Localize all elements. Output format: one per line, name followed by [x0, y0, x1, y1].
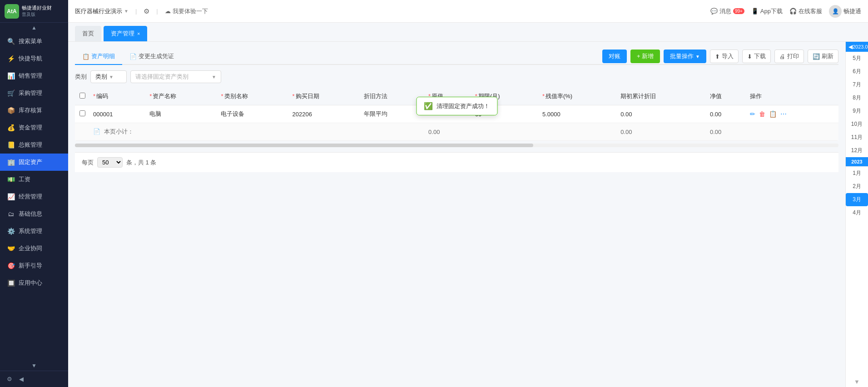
select-all-checkbox[interactable]: [79, 93, 85, 99]
th-residual-rate: *残值率(%): [539, 88, 617, 105]
per-page-select[interactable]: 50 10 20 100: [97, 157, 123, 168]
row-checkbox[interactable]: [79, 110, 85, 116]
cal-month-2023-3[interactable]: 3月: [846, 193, 868, 206]
app-download-label: App下载: [760, 7, 783, 15]
sidebar-item-operations[interactable]: 📈 经营管理: [0, 188, 68, 205]
cal-month-11[interactable]: 11月: [846, 131, 868, 144]
messages-btn[interactable]: 💬 消息 99+: [710, 7, 744, 15]
cal-month-2023-2[interactable]: 2月: [846, 180, 868, 193]
new-label: + 新增: [637, 52, 654, 60]
cal-month-7[interactable]: 7月: [846, 78, 868, 91]
horizontal-scrollbar[interactable]: [75, 144, 838, 147]
sales-icon: 📊: [7, 72, 15, 79]
subtab-change-voucher-label: 变更生成凭证: [139, 52, 174, 60]
row-net-value: 0.00: [706, 105, 746, 123]
logo-sub: 普及版: [22, 11, 52, 18]
tab-home[interactable]: 首页: [75, 26, 101, 41]
sidebar-item-system[interactable]: ⚙️ 系统管理: [0, 223, 68, 240]
row-purchase-date: 202206: [289, 105, 360, 123]
apps-icon: 🔲: [7, 279, 15, 287]
subtab-asset-detail[interactable]: 📋 资产明细: [75, 49, 122, 65]
cal-month-8[interactable]: 8月: [846, 91, 868, 104]
sidebar-item-finance[interactable]: 💰 资金管理: [0, 119, 68, 136]
cal-month-9[interactable]: 9月: [846, 104, 868, 118]
experience-btn[interactable]: ☁ 我要体验一下: [165, 7, 208, 15]
cal-month-10[interactable]: 10月: [846, 118, 868, 131]
sidebar-item-enterprise[interactable]: 🤝 企业协同: [0, 240, 68, 257]
subtotal-initial: 0.00: [617, 123, 706, 141]
settings-icon[interactable]: ⚙: [7, 376, 12, 382]
sidebar-item-apps[interactable]: 🔲 应用中心: [0, 274, 68, 292]
th-name: *资产名称: [146, 88, 217, 105]
batch-btn[interactable]: 批量操作 ▼: [664, 50, 706, 63]
inventory-icon: 📦: [7, 107, 15, 114]
row-depreciation-method: 年限平均: [360, 105, 425, 123]
right-panel-collapse-icon[interactable]: ◀: [848, 44, 853, 50]
tab-close-icon[interactable]: ×: [137, 31, 140, 36]
account-label: 对账: [609, 52, 620, 60]
app-logo: AtA 畅捷通好业财 普及版: [0, 0, 68, 23]
collapse-icon[interactable]: ◀: [19, 376, 24, 382]
sidebar-item-sales[interactable]: 📊 销售管理: [0, 67, 68, 84]
account-btn[interactable]: 对账: [602, 50, 627, 63]
import-btn[interactable]: ⬆ 导入: [710, 50, 739, 63]
cal-month-2023-4[interactable]: 4月: [846, 206, 868, 219]
sidebar-item-salary[interactable]: 💵 工资: [0, 171, 68, 188]
online-service-btn[interactable]: 🎧 在线客服: [789, 7, 822, 15]
sidebar-item-label: 应用中心: [19, 279, 42, 287]
download-btn[interactable]: ⬇ 下载: [742, 50, 771, 63]
messages-label: 消息: [719, 7, 731, 15]
print-label: 打印: [787, 52, 799, 60]
logo-icon: AtA: [5, 4, 19, 19]
category-search-input[interactable]: 请选择固定资产类别 ▼: [130, 70, 221, 83]
tab-asset-mgmt[interactable]: 资产管理 ×: [104, 26, 147, 41]
cal-month-12[interactable]: 12月: [846, 144, 868, 157]
ledger-icon: 📒: [7, 141, 15, 149]
sidebar-scroll-up[interactable]: ▲: [0, 23, 68, 33]
success-toast: ✅ 清理固定资产成功！: [416, 97, 497, 115]
sidebar-item-purchase[interactable]: 🛒 采购管理: [0, 84, 68, 102]
total-label: 条，共 1 条: [126, 159, 156, 167]
th-net-value: 净值: [706, 88, 746, 105]
change-voucher-icon: 📄: [129, 53, 137, 60]
delete-icon[interactable]: 🗑: [759, 110, 765, 118]
row-actions: ✏ 🗑 📋 ⋯: [746, 105, 838, 123]
sidebar-item-ledger[interactable]: 📒 总账管理: [0, 136, 68, 154]
cal-month-6[interactable]: 6月: [846, 65, 868, 78]
per-page-label: 每页: [82, 159, 94, 167]
cal-month-5[interactable]: 5月: [846, 52, 868, 65]
app-download-btn[interactable]: 📱 App下载: [751, 7, 783, 15]
batch-label: 批量操作: [670, 52, 694, 60]
more-icon[interactable]: ⋯: [780, 110, 787, 118]
content-area: 📋 资产明细 📄 变更生成凭证 对账 + 新增 批量操作: [68, 42, 868, 387]
category-type-select[interactable]: 类别 ▼: [90, 70, 127, 83]
settings-gear-icon[interactable]: ⚙: [144, 7, 149, 15]
sidebar-item-label: 系统管理: [19, 227, 42, 235]
sidebar-item-base[interactable]: 🗂 基础信息: [0, 205, 68, 223]
user-profile[interactable]: 👤 畅捷通: [829, 5, 861, 18]
company-selector[interactable]: 医疗器械行业演示 ▼: [75, 7, 129, 15]
print-btn[interactable]: 🖨 打印: [774, 50, 804, 63]
refresh-icon: 🔄: [813, 53, 820, 60]
cal-month-2023-1[interactable]: 1月: [846, 167, 868, 180]
sidebar-item-quicknav[interactable]: ⚡ 快捷导航: [0, 50, 68, 67]
calendar-down-btn[interactable]: ▼: [846, 377, 868, 387]
row-residual-rate: 5.0000: [539, 105, 617, 123]
finance-icon: 💰: [7, 124, 15, 131]
sidebar-scroll-down[interactable]: ▼: [0, 361, 68, 371]
subtab-change-voucher[interactable]: 📄 变更生成凭证: [122, 49, 181, 65]
category-type-arrow: ▼: [109, 74, 114, 79]
new-btn[interactable]: + 新增: [630, 50, 660, 63]
category-label: 类别: [75, 73, 87, 81]
refresh-btn[interactable]: 🔄 刷新: [808, 50, 838, 63]
subtotal-label: 📄 本页小计：: [89, 123, 425, 141]
sidebar-item-inventory[interactable]: 📦 库存核算: [0, 102, 68, 119]
copy-icon[interactable]: 📋: [769, 110, 777, 118]
sidebar-item-fixed[interactable]: 🏢 固定资产: [0, 154, 68, 171]
row-name: 电脑: [146, 105, 217, 123]
sidebar-item-search[interactable]: 🔍 搜索菜单: [0, 33, 68, 50]
calendar-months: 5月 6月 7月 8月 9月 10月 11月 12月 2023 1月 2月 3月…: [846, 52, 868, 377]
sidebar-item-guide[interactable]: 🎯 新手引导: [0, 257, 68, 274]
edit-icon[interactable]: ✏: [750, 110, 755, 118]
filter-row: 类别 类别 ▼ 请选择固定资产类别 ▼: [75, 70, 838, 83]
